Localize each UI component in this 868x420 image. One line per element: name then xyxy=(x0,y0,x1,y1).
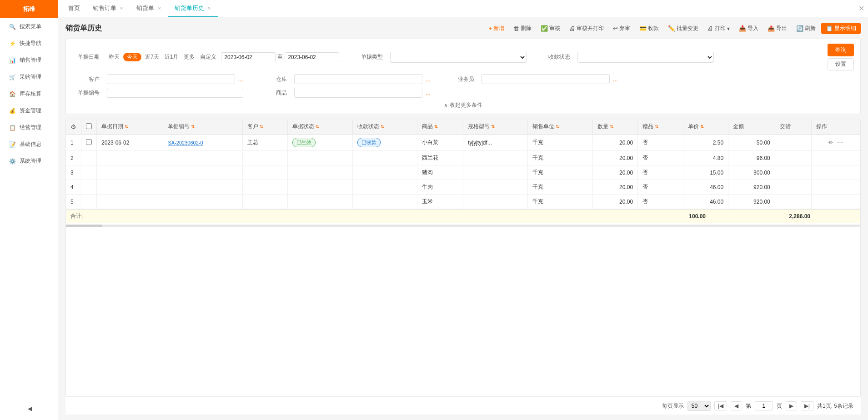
th-gift[interactable]: 赠品 ⇅ xyxy=(638,119,683,135)
delete-icon: 🗑 xyxy=(513,25,519,32)
row-checkbox[interactable] xyxy=(86,139,92,145)
batch-change-button[interactable]: ✏️ 批量变更 xyxy=(664,23,702,34)
goods-ellipsis-btn[interactable]: ... xyxy=(425,89,431,96)
cell-checkbox xyxy=(81,195,97,209)
th-doc-no[interactable]: 单据编号 ⇅ xyxy=(163,119,242,135)
edit-action-icon[interactable]: ✏ xyxy=(827,138,835,147)
date-to-input[interactable] xyxy=(285,52,339,62)
shortcut-1month[interactable]: 近1月 xyxy=(163,53,181,61)
delete-button[interactable]: 🗑 删除 xyxy=(510,23,535,34)
data-table: ⚙ 单据日期 ⇅ 单据编号 xyxy=(66,119,860,209)
th-spec[interactable]: 规格型号 ⇅ xyxy=(463,119,528,135)
tab-sales-history[interactable]: 销货单历史 × xyxy=(168,0,218,17)
show-detail-button[interactable]: 📋 显示明细 xyxy=(821,23,861,34)
cell-seq: 2 xyxy=(66,151,81,165)
sort-icon: ⇅ xyxy=(191,124,195,129)
cell-unit: 千克 xyxy=(528,195,592,209)
sidebar-item-quick-nav[interactable]: ⚡ 快捷导航 xyxy=(0,35,58,52)
sort-icon: ⇅ xyxy=(610,124,613,129)
cell-unit: 千克 xyxy=(528,151,592,165)
payment-status-select[interactable] xyxy=(577,52,714,63)
tab-sales-delivery[interactable]: 销货单 × xyxy=(130,0,168,17)
th-customer[interactable]: 客户 ⇅ xyxy=(242,119,288,135)
collect-icon: 💳 xyxy=(639,25,647,32)
shortcut-custom[interactable]: 自定义 xyxy=(198,53,218,61)
customer-input[interactable] xyxy=(107,74,235,84)
audit-button[interactable]: ✅ 审核 xyxy=(537,23,564,34)
export-button[interactable]: 📤 导出 xyxy=(764,23,791,34)
prev-page-btn[interactable]: ◀ xyxy=(731,401,742,410)
print-arrow-icon: ▾ xyxy=(727,25,730,32)
import-button[interactable]: 📥 导入 xyxy=(735,23,762,34)
refresh-button[interactable]: 🔄 刷新 xyxy=(793,23,819,34)
audit-print-icon: 🖨 xyxy=(569,25,575,32)
filter-collapse-btn[interactable]: ∧ 收起更多条件 xyxy=(72,101,854,109)
date-from-input[interactable] xyxy=(221,52,276,62)
cell-customer xyxy=(242,151,288,165)
doc-type-select[interactable] xyxy=(390,52,527,63)
more-action-icon[interactable]: ⋯ xyxy=(835,138,845,147)
sidebar-item-search-menu[interactable]: 🔍 搜索菜单 xyxy=(0,18,58,35)
tab-sales-order[interactable]: 销售订单 × xyxy=(86,0,130,17)
search-button[interactable]: 查询 xyxy=(828,44,854,56)
sidebar-item-finance-mgmt[interactable]: 💰 资金管理 xyxy=(0,102,58,119)
sidebar-item-label: 库存核算 xyxy=(20,90,41,98)
next-page-btn[interactable]: ▶ xyxy=(786,401,797,410)
shortcut-more[interactable]: 更多 xyxy=(182,53,196,61)
customer-ellipsis-btn[interactable]: ... xyxy=(238,75,243,83)
select-all-checkbox[interactable] xyxy=(86,123,92,129)
column-settings-icon[interactable]: ⚙ xyxy=(70,123,76,130)
tab-home[interactable]: 首页 xyxy=(62,0,86,17)
window-close-btn[interactable]: ✕ xyxy=(858,4,864,13)
horizontal-scrollbar[interactable] xyxy=(66,225,860,227)
goods-input[interactable] xyxy=(294,88,422,98)
sidebar-collapse-btn[interactable]: ◀ xyxy=(0,401,58,416)
settings-button[interactable]: 设置 xyxy=(828,58,854,70)
doc-no-link[interactable]: SA-20230602-0 xyxy=(168,140,203,145)
sidebar-item-sys-mgmt[interactable]: ⚙️ 系统管理 xyxy=(0,153,58,170)
th-pay-status[interactable]: 收款状态 ⇅ xyxy=(352,119,417,135)
sidebar-item-purchase-mgmt[interactable]: 🛒 采购管理 xyxy=(0,69,58,85)
tab-close-sales-delivery[interactable]: × xyxy=(157,5,161,11)
tab-close-sales-order[interactable]: × xyxy=(119,5,124,11)
audit-print-button[interactable]: 🖨 审核并打印 xyxy=(566,23,607,34)
page-size-select[interactable]: 50 100 xyxy=(687,401,711,411)
chart-icon: 📊 xyxy=(9,57,16,64)
filter-area: 单据日期 昨天 今天 近7天 近1月 更多 自定义 至 xyxy=(65,39,861,114)
abandon-button[interactable]: ↩ 弃审 xyxy=(609,23,634,34)
last-page-btn[interactable]: ▶| xyxy=(801,401,813,410)
import-icon: 📥 xyxy=(739,25,746,32)
print-button[interactable]: 🖨 打印 ▾ xyxy=(704,23,733,34)
add-button[interactable]: + 新增 xyxy=(485,23,508,34)
salesperson-input[interactable] xyxy=(482,74,610,84)
sidebar-item-ops-mgmt[interactable]: 📋 经营管理 xyxy=(0,119,58,136)
cell-spec xyxy=(463,165,528,180)
shortcut-7days[interactable]: 近7天 xyxy=(143,53,161,61)
warehouse-ellipsis-btn[interactable]: ... xyxy=(425,75,431,83)
sidebar-item-basic-info[interactable]: 📝 基础信息 xyxy=(0,136,58,153)
th-goods[interactable]: 商品 ⇅ xyxy=(417,119,463,135)
scrollbar-thumb[interactable] xyxy=(66,225,102,227)
sidebar-item-label: 搜索菜单 xyxy=(20,23,41,30)
collect-button[interactable]: 💳 收款 xyxy=(636,23,662,34)
th-doc-date[interactable]: 单据日期 ⇅ xyxy=(97,119,163,135)
warehouse-input[interactable] xyxy=(294,74,422,84)
first-page-btn[interactable]: |◀ xyxy=(714,401,727,410)
shortcut-today[interactable]: 今天 xyxy=(123,53,141,61)
doc-no-input[interactable] xyxy=(107,88,243,98)
th-qty[interactable]: 数量 ⇅ xyxy=(592,119,638,135)
table-row: 4牛肉千克20.00否46.00920.00 xyxy=(66,180,860,195)
th-unit-price[interactable]: 单价 ⇅ xyxy=(683,119,728,135)
th-unit[interactable]: 销售单位 ⇅ xyxy=(528,119,592,135)
cell-doc-status: 已生效 xyxy=(288,135,352,151)
cell-goods: 玉米 xyxy=(417,195,463,209)
tab-close-sales-history[interactable]: × xyxy=(207,5,211,11)
cell-pay-status xyxy=(352,151,417,165)
shortcut-yesterday[interactable]: 昨天 xyxy=(107,53,121,61)
sidebar-item-sales-mgmt[interactable]: 📊 销售管理 xyxy=(0,52,58,69)
th-doc-status[interactable]: 单据状态 ⇅ xyxy=(288,119,352,135)
sidebar-item-inventory[interactable]: 🏠 库存核算 xyxy=(0,85,58,102)
salesperson-ellipsis-btn[interactable]: ... xyxy=(612,75,618,83)
page-number-input[interactable] xyxy=(755,401,773,410)
th-settings[interactable]: ⚙ xyxy=(66,119,81,135)
